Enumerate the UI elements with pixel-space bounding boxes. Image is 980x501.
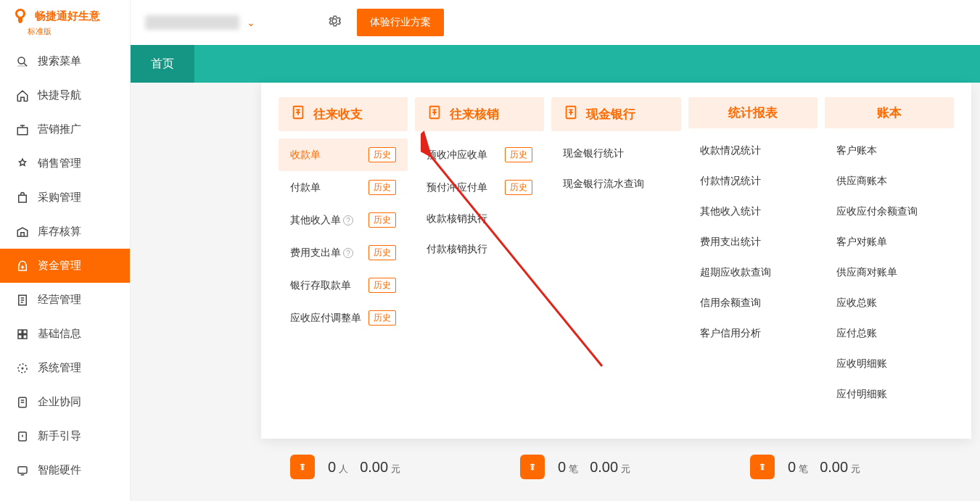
sidebar-item-purchase[interactable]: 采购管理 — [0, 181, 130, 215]
stat-count: 0 — [788, 459, 796, 476]
flyout-column-header: 往来收支 — [279, 97, 408, 131]
flyout-item[interactable]: 应收应付余额查询 — [825, 196, 954, 227]
stat-unit2: 元 — [391, 463, 400, 476]
sidebar-item-label: 销售管理 — [38, 157, 81, 170]
history-badge[interactable]: 历史 — [368, 278, 396, 293]
flyout-item-label: 供应商账本 — [836, 175, 887, 188]
flyout-item[interactable]: 银行存取款单历史 — [279, 269, 408, 302]
flyout-item[interactable]: 供应商账本 — [825, 166, 954, 196]
flyout-item[interactable]: 客户信用分析 — [688, 318, 818, 349]
flyout-item[interactable]: 其他收入单?历史 — [279, 204, 408, 236]
sidebar-item-quicknav[interactable]: 快捷导航 — [0, 78, 130, 112]
flyout-item[interactable]: 应付总账 — [825, 318, 954, 349]
flyout-item[interactable]: 应收应付调整单历史 — [279, 302, 408, 334]
sidebar-item-newbie[interactable]: 新手引导 — [0, 419, 130, 453]
enterprise-icon — [16, 396, 29, 409]
history-badge[interactable]: 历史 — [368, 180, 396, 195]
flyout-item[interactable]: 超期应收款查询 — [688, 257, 818, 288]
flyout-item-label: 预收冲应收单 — [427, 149, 487, 162]
flyout-column-header: 现金银行 — [551, 97, 680, 131]
flyout-item[interactable]: 付款情况统计 — [688, 166, 818, 196]
logo: 畅捷通好生意 — [0, 0, 130, 29]
history-badge[interactable]: 历史 — [368, 310, 396, 326]
brand-edition: 标准版 — [28, 26, 130, 37]
flyout-item[interactable]: 收款核销执行 — [415, 204, 544, 234]
flyout-item[interactable]: 供应商对账单 — [825, 257, 954, 288]
sidebar-item-funds[interactable]: 资金管理 — [0, 249, 130, 283]
flyout-item[interactable]: 应收明细账 — [825, 349, 954, 379]
flyout-item[interactable]: 费用支出单?历史 — [279, 236, 408, 269]
tab-home[interactable]: 首页 — [131, 45, 194, 83]
sidebar-item-system[interactable]: 系统管理 — [0, 351, 130, 385]
flyout-item-label: 供应商对账单 — [836, 266, 897, 279]
stat-icon — [290, 455, 315, 479]
svg-rect-4 — [19, 195, 27, 202]
flyout-item[interactable]: 客户账本 — [825, 136, 954, 166]
stat-unit2: 元 — [851, 463, 860, 476]
flyout-item[interactable]: 费用支出统计 — [688, 227, 818, 257]
flyout-item[interactable]: 现金银行流水查询 — [551, 169, 680, 199]
basic-icon — [16, 328, 29, 341]
history-badge[interactable]: 历史 — [368, 147, 396, 162]
sidebar-item-label: 营销推广 — [38, 123, 81, 136]
flyout-item[interactable]: 付款单历史 — [279, 171, 408, 204]
flyout-item[interactable]: 预收冲应收单历史 — [415, 138, 544, 171]
flyout-item[interactable]: 收款单历史 — [279, 138, 408, 171]
doc-icon — [290, 104, 306, 124]
sidebar-item-inventory[interactable]: 库存核算 — [0, 215, 130, 249]
doc-icon — [427, 104, 442, 124]
flyout-item[interactable]: 客户对账单 — [825, 227, 954, 257]
doc-icon — [563, 104, 579, 124]
flyout-item-label: 费用支出统计 — [700, 236, 761, 249]
flyout-item-label: 收款情况统计 — [700, 144, 761, 157]
svg-rect-2 — [17, 65, 28, 67]
flyout-item-label: 超期应收款查询 — [700, 266, 771, 279]
gear-icon[interactable] — [328, 15, 341, 31]
sidebar-item-label: 库存核算 — [38, 225, 81, 239]
stat-icon — [750, 455, 775, 479]
svg-rect-7 — [23, 330, 27, 334]
sidebar-item-operation[interactable]: 经营管理 — [0, 283, 130, 317]
history-badge[interactable]: 历史 — [505, 147, 532, 162]
flyout-item[interactable]: 付款核销执行 — [415, 234, 544, 265]
history-badge[interactable]: 历史 — [368, 245, 396, 260]
flyout-item[interactable]: 现金银行统计 — [551, 138, 680, 169]
svg-rect-3 — [17, 128, 28, 135]
svg-rect-14 — [18, 466, 27, 473]
org-selector[interactable]: ⌄ — [145, 15, 319, 30]
cta-button[interactable]: 体验行业方案 — [357, 9, 444, 36]
hardware-icon — [16, 464, 29, 477]
flyout-item[interactable]: 收款情况统计 — [688, 136, 818, 166]
flyout-item[interactable]: 预付冲应付单历史 — [415, 171, 544, 204]
topbar: ⌄ 体验行业方案 — [131, 0, 980, 45]
sidebar-item-enterprise[interactable]: 企业协同 — [0, 385, 130, 419]
svg-point-11 — [22, 367, 24, 369]
stat-amount: 0.00 — [820, 459, 848, 476]
flyout-column: 账本客户账本供应商账本应收应付余额查询客户对账单供应商对账单应收总账应付总账应收… — [825, 97, 954, 410]
flyout-item-label: 客户账本 — [836, 144, 877, 157]
sidebar-item-basic[interactable]: 基础信息 — [0, 317, 130, 351]
help-icon: ? — [343, 215, 353, 225]
sales-icon — [16, 157, 29, 170]
sidebar-item-hardware[interactable]: 智能硬件 — [0, 453, 130, 487]
flyout-item-label: 应收总账 — [836, 297, 877, 310]
sidebar-item-marketing[interactable]: 营销推广 — [0, 112, 130, 146]
flyout-column: 往来收支收款单历史付款单历史其他收入单?历史费用支出单?历史银行存取款单历史应收… — [279, 97, 408, 410]
sidebar-item-sales[interactable]: 销售管理 — [0, 146, 130, 181]
sidebar-item-label: 经营管理 — [38, 293, 81, 307]
flyout-item[interactable]: 其他收入统计 — [688, 196, 818, 227]
sidebar-item-label: 智能硬件 — [38, 463, 81, 477]
flyout-item-label: 现金银行统计 — [563, 147, 624, 160]
flyout-column-title: 往来核销 — [450, 106, 499, 123]
flyout-column: 统计报表收款情况统计付款情况统计其他收入统计费用支出统计超期应收款查询信用余额查… — [688, 97, 818, 410]
system-icon — [16, 362, 29, 375]
history-badge[interactable]: 历史 — [505, 180, 532, 195]
stat-unit1: 笔 — [799, 463, 808, 476]
sidebar-item-search[interactable]: 搜索菜单 — [0, 44, 130, 78]
flyout-item[interactable]: 应收总账 — [825, 288, 954, 318]
flyout-item[interactable]: 应付明细账 — [825, 379, 954, 410]
history-badge[interactable]: 历史 — [368, 212, 396, 228]
flyout-item-label: 信用余额查询 — [700, 297, 761, 310]
flyout-item-label: 付款核销执行 — [427, 243, 487, 256]
flyout-item[interactable]: 信用余额查询 — [688, 288, 818, 318]
